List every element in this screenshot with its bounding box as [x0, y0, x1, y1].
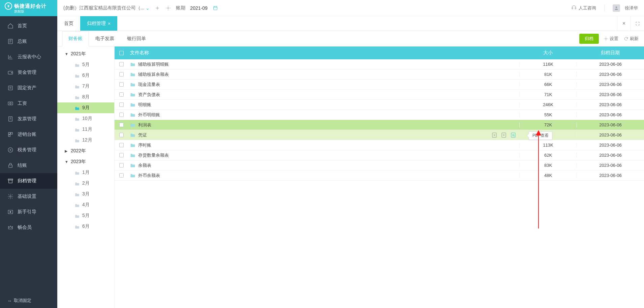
tree-month[interactable]: 5月	[57, 210, 114, 221]
nav-label: 总账	[18, 38, 27, 44]
month-label: 5月	[82, 62, 90, 68]
folder-icon	[75, 192, 80, 196]
nav-salary[interactable]: 工资	[0, 96, 57, 111]
table-row[interactable]: 辅助核算明细账116K2023-06-06	[115, 59, 644, 69]
subtab-row: 财务账 电子发票 银行回单 归档 设置 刷新	[57, 31, 644, 47]
table-row[interactable]: 余额表83K2023-06-06	[115, 160, 644, 171]
nav-invoice[interactable]: 发票管理	[0, 111, 57, 127]
tree-year-2021[interactable]: ▼2021年	[57, 49, 114, 59]
tab-archive[interactable]: 归档管理 ×	[80, 16, 117, 31]
subtab-label: 电子发票	[95, 36, 114, 42]
month-label: 2月	[82, 180, 90, 186]
sidebar-unpin[interactable]: ↔ 取消固定	[0, 293, 57, 308]
pdf-view-icon[interactable]	[510, 132, 517, 138]
company-name: (勿删）江西服宝精品有限责任公司（...	[63, 5, 144, 11]
row-checkbox[interactable]	[119, 133, 124, 137]
close-icon[interactable]: ×	[108, 21, 111, 26]
folder-icon	[130, 82, 135, 87]
tree-year-2023[interactable]: ▼2023年	[57, 156, 114, 167]
user-avatar[interactable]	[613, 4, 620, 12]
table-row[interactable]: 现金流量表66K2023-06-06	[115, 80, 644, 90]
tree-month[interactable]: 2月	[57, 178, 114, 189]
table-row[interactable]: 外币明细账55K2023-06-06	[115, 110, 644, 120]
svg-rect-19	[575, 8, 576, 9]
settings-link[interactable]: 设置	[604, 36, 618, 42]
subtab-finance[interactable]: 财务账	[62, 31, 89, 47]
select-all-checkbox[interactable]	[119, 51, 124, 55]
tab-fullscreen[interactable]	[631, 16, 644, 31]
nav-tax[interactable]: 税务管理	[0, 142, 57, 158]
table-row[interactable]: 明细账246K2023-06-06	[115, 100, 644, 110]
tab-close-all[interactable]: ✕	[617, 16, 631, 31]
tree-month[interactable]: 12月	[57, 135, 114, 146]
config-button[interactable]	[165, 5, 171, 11]
consult-link[interactable]: 人工咨询	[571, 5, 596, 11]
archive-button[interactable]: 归档	[579, 34, 599, 44]
subtab-einvoice[interactable]: 电子发票	[89, 31, 121, 46]
nav-home[interactable]: 首页	[0, 18, 57, 34]
file-name: 凭证	[138, 132, 147, 138]
table-row[interactable]: 凭证PDF查看53K2023-06-06	[115, 130, 644, 140]
nav-inventory[interactable]: 进销台账	[0, 127, 57, 142]
svg-point-14	[10, 196, 11, 197]
row-checkbox[interactable]	[119, 82, 124, 87]
add-button[interactable]	[154, 5, 160, 11]
user-name[interactable]: 徐泽华	[625, 5, 638, 11]
file-name: 序时账	[138, 142, 151, 148]
tree-month[interactable]: 8月	[57, 92, 114, 102]
table-row[interactable]: 外币余额表48K2023-06-06	[115, 171, 644, 181]
nav-member[interactable]: 畅会员	[0, 220, 57, 235]
tree-month[interactable]: 9月	[57, 102, 114, 113]
nav-close[interactable]: 结账	[0, 158, 57, 173]
tree-month[interactable]: 4月	[57, 199, 114, 210]
refresh-link[interactable]: 刷新	[624, 36, 639, 42]
download-pdf-icon[interactable]	[500, 132, 507, 138]
svg-rect-0	[8, 39, 12, 44]
nav-settings[interactable]: 基础设置	[0, 189, 57, 204]
tree-month[interactable]: 10月	[57, 113, 114, 124]
row-checkbox[interactable]	[119, 163, 124, 167]
tree-month[interactable]: 3月	[57, 189, 114, 199]
calendar-icon[interactable]	[212, 5, 218, 11]
table-row[interactable]: 序时账113K2023-06-06	[115, 140, 644, 150]
file-date: 2023-06-06	[577, 132, 644, 137]
nav-reports[interactable]: 云报表中心	[0, 49, 57, 65]
row-checkbox[interactable]	[119, 143, 124, 147]
row-checkbox[interactable]	[119, 123, 124, 127]
table-header: 文件名称 大小 归档日期	[115, 47, 644, 59]
file-date: 2023-06-06	[577, 153, 644, 158]
nav-guide[interactable]: 新手引导	[0, 204, 57, 220]
folder-icon	[75, 214, 80, 218]
year-label: 2023年	[71, 159, 86, 165]
row-checkbox[interactable]	[119, 153, 124, 157]
folder-icon	[130, 133, 135, 137]
ledger-icon	[7, 38, 13, 44]
tree-month[interactable]: 6月	[57, 70, 114, 81]
nav-funds[interactable]: 资金管理	[0, 65, 57, 80]
nav-assets[interactable]: 固定资产	[0, 80, 57, 96]
tree-year-2022[interactable]: ▶2022年	[57, 146, 114, 156]
wallet-icon	[7, 69, 13, 75]
subtab-bank[interactable]: 银行回单	[121, 31, 152, 46]
row-checkbox[interactable]	[119, 102, 124, 107]
tree-month[interactable]: 6月	[57, 221, 114, 232]
nav-ledger[interactable]: 总账	[0, 34, 57, 49]
tree-month[interactable]: 7月	[57, 81, 114, 92]
tree-month[interactable]: 5月	[57, 59, 114, 70]
table-row[interactable]: 资产负债表71K2023-06-06	[115, 90, 644, 100]
row-checkbox[interactable]	[119, 173, 124, 178]
tree-month[interactable]: 11月	[57, 124, 114, 135]
table-row[interactable]: 利润表72K2023-06-06	[115, 120, 644, 130]
row-checkbox[interactable]	[119, 92, 124, 97]
tab-home[interactable]: 首页	[57, 16, 80, 31]
file-size: 116K	[519, 62, 577, 67]
row-checkbox[interactable]	[119, 72, 124, 76]
company-selector[interactable]: (勿删）江西服宝精品有限责任公司（... ⌄	[63, 5, 150, 11]
table-row[interactable]: 存货数量余额表62K2023-06-06	[115, 150, 644, 160]
row-checkbox[interactable]	[119, 113, 124, 117]
row-checkbox[interactable]	[119, 62, 124, 66]
nav-archive[interactable]: 归档管理	[0, 173, 57, 189]
tree-month[interactable]: 1月	[57, 167, 114, 178]
download-excel-icon[interactable]	[491, 132, 498, 138]
table-row[interactable]: 辅助核算余额表81K2023-06-06	[115, 69, 644, 80]
